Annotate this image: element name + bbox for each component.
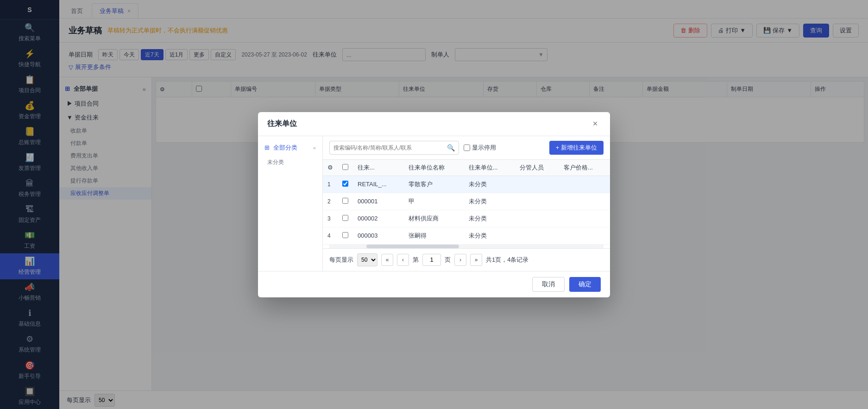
modal-title: 往来单位 — [267, 119, 297, 129]
modal-overlay[interactable]: 往来单位 × ⊞ 全部分类 « 未分类 🔍 — [0, 0, 868, 409]
modal-categories: ⊞ 全部分类 « 未分类 — [258, 136, 323, 271]
row-checkbox[interactable] — [342, 232, 348, 238]
modal-table-wrap: ⚙ 往来... 往来单位名称 往来单位... 分管人员 客户价格... 1 — [323, 160, 610, 245]
row-price-level — [559, 176, 610, 193]
page-suffix: 页 — [445, 256, 451, 264]
confirm-button[interactable]: 确定 — [569, 277, 601, 292]
row-name: 材料供应商 — [404, 210, 464, 227]
row-salesperson — [515, 227, 560, 244]
category-unclassified[interactable]: 未分类 — [258, 156, 322, 169]
row-checkbox[interactable] — [342, 198, 348, 204]
row-num: 4 — [323, 227, 338, 244]
row-checkbox-cell[interactable] — [338, 227, 353, 244]
row-checkbox-cell[interactable] — [338, 210, 353, 227]
row-category: 未分类 — [464, 176, 515, 193]
modal-scrollbar-thumb[interactable] — [366, 245, 459, 248]
th-checkbox[interactable] — [338, 160, 353, 176]
show-disabled-label: 显示停用 — [472, 144, 496, 152]
show-disabled-checkbox[interactable] — [464, 145, 470, 151]
row-price-level — [559, 227, 610, 244]
row-code: 000001 — [353, 193, 404, 210]
modal-header: 往来单位 × — [258, 112, 610, 136]
page-number-input[interactable] — [422, 254, 441, 266]
row-checkbox[interactable] — [342, 215, 348, 221]
modal-table: ⚙ 往来... 往来单位名称 往来单位... 分管人员 客户价格... 1 — [323, 160, 610, 245]
modal-right-panel: 🔍 显示停用 + 新增往来单位 ⚙ — [323, 136, 610, 271]
modal-select-all[interactable] — [342, 164, 348, 170]
add-counterparty-button[interactable]: + 新增往来单位 — [549, 141, 604, 155]
row-code: 000003 — [353, 227, 404, 244]
th-category: 往来单位... — [464, 160, 515, 176]
th-salesperson: 分管人员 — [515, 160, 560, 176]
page-label: 第 — [413, 256, 419, 264]
row-num: 1 — [323, 176, 338, 193]
category-all[interactable]: ⊞ 全部分类 « — [258, 140, 322, 156]
modal-table-row[interactable]: 1 RETAIL_... 零散客户 未分类 — [323, 176, 610, 193]
th-name: 往来单位名称 — [404, 160, 464, 176]
row-salesperson — [515, 193, 560, 210]
th-settings[interactable]: ⚙ — [323, 160, 338, 176]
category-collapse-icon[interactable]: « — [313, 145, 316, 151]
row-price-level — [559, 193, 610, 210]
row-name: 张嗣得 — [404, 227, 464, 244]
show-disabled-checkbox-group: 显示停用 — [464, 144, 496, 152]
th-code: 往来... — [353, 160, 404, 176]
row-category: 未分类 — [464, 193, 515, 210]
modal-table-row[interactable]: 3 000002 材料供应商 未分类 — [323, 210, 610, 227]
th-price-level: 客户价格... — [559, 160, 610, 176]
search-box: 🔍 — [329, 141, 459, 155]
page-first-button[interactable]: « — [381, 254, 393, 266]
cancel-button[interactable]: 取消 — [532, 277, 565, 292]
page-prev-button[interactable]: ‹ — [397, 254, 409, 266]
row-category: 未分类 — [464, 210, 515, 227]
per-page-select[interactable]: 50 — [357, 253, 377, 266]
modal-body: ⊞ 全部分类 « 未分类 🔍 显示停用 — [258, 136, 610, 271]
counterparty-modal: 往来单位 × ⊞ 全部分类 « 未分类 🔍 — [258, 112, 610, 297]
row-name: 甲 — [404, 193, 464, 210]
modal-pagination: 每页显示 50 « ‹ 第 页 › » 共1页，4条记录 — [323, 248, 610, 271]
total-records-label: 共1页，4条记录 — [486, 256, 528, 264]
row-checkbox[interactable] — [342, 181, 348, 187]
row-checkbox-cell[interactable] — [338, 193, 353, 210]
modal-table-row[interactable]: 4 000003 张嗣得 未分类 — [323, 227, 610, 244]
row-checkbox-cell[interactable] — [338, 176, 353, 193]
row-name: 零散客户 — [404, 176, 464, 193]
row-code: RETAIL_... — [353, 176, 404, 193]
row-salesperson — [515, 210, 560, 227]
modal-table-row[interactable]: 2 000001 甲 未分类 — [323, 193, 610, 210]
grid-icon-modal: ⊞ — [264, 144, 270, 151]
search-icon: 🔍 — [447, 144, 455, 151]
page-last-button[interactable]: » — [470, 254, 482, 266]
row-num: 2 — [323, 193, 338, 210]
search-input[interactable] — [333, 145, 444, 151]
page-next-button[interactable]: › — [454, 254, 466, 266]
modal-scrollbar[interactable] — [329, 245, 604, 248]
row-num: 3 — [323, 210, 338, 227]
row-salesperson — [515, 176, 560, 193]
modal-footer: 取消 确定 — [258, 271, 610, 297]
per-page-label: 每页显示 — [329, 256, 353, 264]
row-category: 未分类 — [464, 227, 515, 244]
row-code: 000002 — [353, 210, 404, 227]
row-price-level — [559, 210, 610, 227]
modal-close-button[interactable]: × — [590, 118, 601, 129]
modal-toolbar: 🔍 显示停用 + 新增往来单位 — [323, 136, 610, 160]
